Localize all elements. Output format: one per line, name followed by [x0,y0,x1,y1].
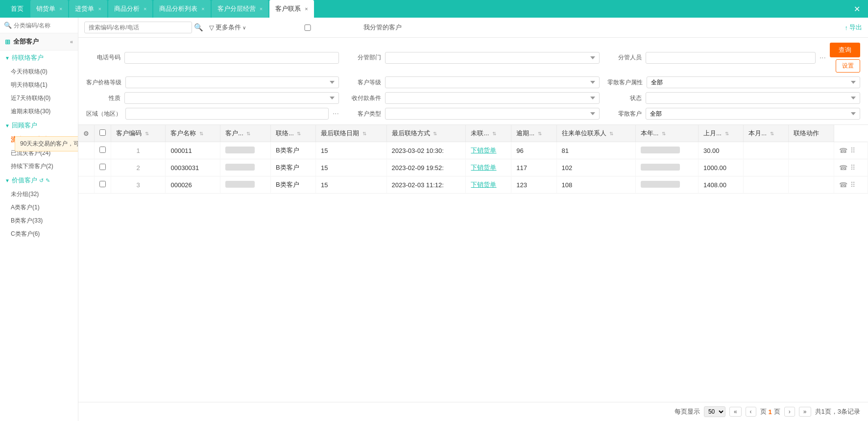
sidebar-collapse-icon[interactable]: « [70,39,73,45]
col-header-not-contacted[interactable]: 未联... ⇅ [466,125,511,142]
search-input[interactable] [84,22,192,33]
sidebar-item-unclassified[interactable]: 未分组(32) [0,188,78,201]
filter-row-manager: 分管人员 [607,52,816,64]
chat-icon[interactable]: ☎ [839,147,847,154]
row-action-cell: ☎ ⠿ [834,159,868,176]
sort-icon-last-month: ⇅ [725,131,729,136]
dept-select[interactable] [385,52,600,64]
close-tab-purchase-order-icon[interactable]: × [98,6,101,12]
per-page-select[interactable]: 50 [704,406,725,417]
next-page-button[interactable]: › [784,407,795,417]
more-conditions-button[interactable]: ▽ 更多条件 ∨ [209,23,246,32]
sidebar-item-declining[interactable]: 持续下滑客户(2) [0,160,78,173]
status-select[interactable] [646,92,860,104]
col-header-code[interactable]: 客户编码 ⇅ [111,125,166,142]
tooltip-churn-risk: 90天未交易的客户，可能有流失风险。 [15,136,78,151]
col-header-contact[interactable]: 联络... ⇅ [270,125,315,142]
row-action-cell: ☎ ⠿ [834,176,868,194]
sidebar-item-class-b[interactable]: B类客户(33) [0,214,78,227]
col-header-last-method[interactable]: 最后联络方式 ⇅ [386,125,466,142]
payment-select[interactable] [385,92,600,104]
sidebar-item-class-a[interactable]: A类客户(1) [0,201,78,214]
price-grade-select[interactable] [125,76,339,88]
col-header-this-month[interactable]: 本月... ⇅ [744,125,789,142]
settings-button[interactable]: 设置 [836,59,860,73]
per-page-label: 每页显示 [675,407,700,416]
tab-customer-contact[interactable]: 客户联系 × [269,0,313,18]
current-page-label: 页 1 页 [760,407,780,416]
search-button[interactable]: 🔍 [194,23,203,32]
region-input[interactable] [125,108,329,120]
tab-product-analysis[interactable]: 商品分析 × [108,0,152,18]
filter-row-retail-attr: 零散客户属性 全部 [607,76,860,88]
query-button[interactable]: 查询 [830,43,860,57]
close-tab-product-analysis-icon[interactable]: × [144,6,146,12]
my-customers-checkbox[interactable] [254,25,362,31]
sidebar-item-7days-contact[interactable]: 近7天待联络(0) [0,92,78,105]
row-contact-cell: 15 [316,142,387,159]
sidebar-group-review[interactable]: ▼ 回顾客户 [0,118,78,133]
close-tab-sales-order-icon[interactable]: × [59,6,62,12]
retail-attr-select[interactable]: 全部 [647,76,860,88]
total-records-label: 共1页，3条记录 [815,407,860,416]
first-page-button[interactable]: « [729,407,742,417]
tab-product-analysis-list[interactable]: 商品分析列表 × [153,0,210,18]
col-header-this-year[interactable]: 本年... ⇅ [635,125,698,142]
row-not-contacted-cell: 123 [511,176,556,194]
retail-customer-select[interactable]: 全部 [646,108,860,120]
sidebar-group-value-customers[interactable]: ▼ 价值客户 ↺ ✎ [0,173,78,188]
prev-page-button[interactable]: ‹ [746,407,756,417]
select-all-checkbox[interactable] [99,129,106,136]
sidebar-group-pending-contact[interactable]: ▼ 待联络客户 [0,50,78,65]
chat-icon[interactable]: ☎ [839,164,847,172]
refresh-icon[interactable]: ↺ [39,177,44,184]
close-tab-customer-tier-icon[interactable]: × [260,6,263,12]
col-header-last-date[interactable]: 最后联络日期 ⇅ [316,125,387,142]
row-contact-cell: 15 [316,159,387,176]
export-button[interactable]: ↑ 导出 [845,23,863,32]
my-customers-toggle[interactable]: 我分管的客户 [254,23,402,32]
advanced-filter-panel: 电话号码 分管部门 分管人员 ··· 查询 设置 客户价格等级 [78,38,868,125]
last-page-button[interactable]: » [799,407,811,417]
tab-customer-tier[interactable]: 客户分层经营 × [212,0,268,18]
row-checkbox[interactable] [99,147,106,153]
phone-input[interactable] [124,52,339,64]
col-header-unit-contact[interactable]: 往来单位联系人 ⇅ [556,125,635,142]
sidebar-item-class-c[interactable]: C类客户(6) [0,227,78,241]
more-actions-icon[interactable]: ⠿ [850,164,855,172]
close-tab-customer-contact-icon[interactable]: × [305,6,308,12]
col-header-name[interactable]: 客户名称 ⇅ [166,125,220,142]
row-num-cell: 2 [111,159,166,176]
col-header-type[interactable]: 客户... ⇅ [220,125,270,142]
edit-icon[interactable]: ✎ [46,177,50,184]
sidebar-item-tomorrow-contact[interactable]: 明天待联络(1) [0,78,78,92]
home-tab[interactable]: 首页 [4,0,30,18]
customer-type-select[interactable] [385,108,600,120]
chat-icon[interactable]: ☎ [839,181,847,189]
customer-grade-select[interactable] [385,76,600,88]
content-area: 🔍 ▽ 更多条件 ∨ 我分管的客户 ↑ 导出 电话号码 [78,18,868,421]
gender-select[interactable] [124,92,339,104]
sidebar: 🔍 ⊞ 全部客户 « ▼ 待联络客户 今天待联络(0) 明天待联络(1) 近7天… [0,18,78,421]
sidebar-search-input[interactable] [14,22,78,29]
col-header-last-month[interactable]: 上月... ⇅ [699,125,744,142]
sidebar-item-overdue-contact[interactable]: 逾期未联络(30) [0,105,78,118]
sidebar-all-customers-header[interactable]: ⊞ 全部客户 « [0,33,78,50]
row-checkbox[interactable] [99,181,106,187]
tab-purchase-order[interactable]: 进货单 × [69,0,107,18]
more-actions-icon[interactable]: ⠿ [850,181,855,189]
manager-more-icon[interactable]: ··· [820,53,826,62]
status-label: 状态 [607,94,642,102]
close-tab-product-analysis-list-icon[interactable]: × [201,6,204,12]
tab-sales-order[interactable]: 销货单 × [30,0,68,18]
row-checkbox[interactable] [99,164,106,170]
arrow-down-icon-2: ▼ [5,123,10,128]
region-more-icon[interactable]: ··· [333,109,339,118]
sidebar-item-today-contact[interactable]: 今天待联络(0) [0,65,78,78]
row-type-cell: B类客户 [270,176,315,194]
more-actions-icon[interactable]: ⠿ [850,147,855,154]
window-close-button[interactable]: ✕ [850,4,864,14]
col-header-overdue[interactable]: 逾期... ⇅ [511,125,556,142]
table-settings-col[interactable]: ⚙ [78,125,95,142]
manager-input[interactable] [646,52,816,64]
